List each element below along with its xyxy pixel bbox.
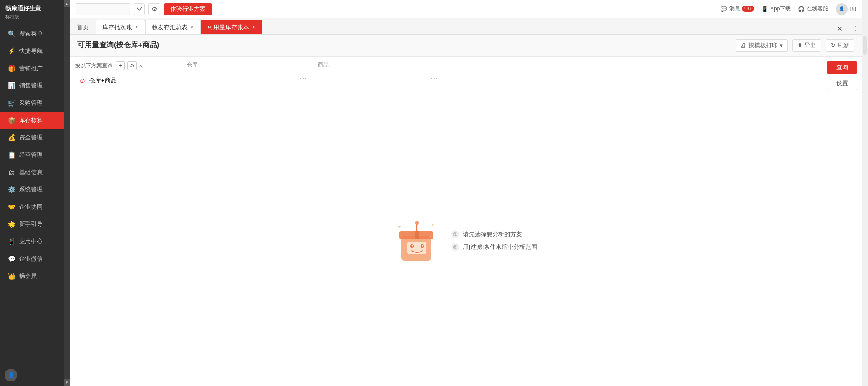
- goods-more-btn[interactable]: …: [429, 72, 440, 82]
- sidebar-item-operation[interactable]: 📋经营管理: [0, 146, 64, 164]
- sidebar-header: 畅康通好生意 标准版: [0, 0, 64, 25]
- query-btn[interactable]: 查询: [827, 61, 857, 74]
- goods-label: 商品: [318, 61, 440, 69]
- filter-setting-btn[interactable]: 设置: [827, 77, 857, 90]
- tab-close-batch-ledger[interactable]: ✕: [135, 25, 138, 30]
- sidebar-item-member[interactable]: 👑畅会员: [0, 268, 64, 285]
- sidebar-item-basic[interactable]: 🗂基础信息: [0, 164, 64, 181]
- topbar-dropdown-btn[interactable]: [134, 3, 145, 15]
- page-content: 可用量查询(按仓库+商品) 🖨 按模板打印 ▾ ⬆ 导出 ↻ 刷新: [70, 35, 862, 386]
- scheme-collapse-btn[interactable]: «: [139, 62, 143, 69]
- sidebar-scrollbar: ▲ ▼: [64, 0, 70, 386]
- scrollbar-thumb[interactable]: [863, 36, 867, 55]
- tab-batch-ledger[interactable]: 库存批次账✕: [96, 20, 145, 34]
- filter-field-warehouse: 仓库 …: [187, 61, 309, 83]
- notification-badge: 99+: [742, 6, 754, 12]
- tab-label-home: 首页: [77, 23, 89, 31]
- scheme-item-warehouse-goods[interactable]: ⊙ 仓库+商品: [75, 74, 174, 87]
- hint-num-2: ②: [451, 243, 459, 251]
- sidebar-scroll-down[interactable]: ▼: [64, 379, 70, 386]
- search-icon: 🔍: [7, 30, 15, 38]
- topbar-app-download[interactable]: 📱 App下载: [761, 5, 791, 13]
- app-name: 畅康通好生意: [5, 5, 58, 13]
- sidebar-item-newbie[interactable]: 🌟新手引导: [0, 216, 64, 233]
- topbar-user-info[interactable]: 👤 Rit: [836, 3, 856, 15]
- scheme-settings-btn[interactable]: ⚙: [127, 61, 137, 70]
- user-avatar-small: 👤: [5, 369, 17, 381]
- sidebar-item-label: 基础信息: [19, 168, 43, 176]
- warehouse-input[interactable]: [187, 71, 296, 83]
- notification-icon: 💬: [721, 6, 727, 12]
- filter-fields: 仓库 … 商品 …: [179, 57, 822, 95]
- purchase-icon: 🛒: [7, 99, 15, 107]
- export-btn[interactable]: ⬆ 导出: [792, 39, 821, 52]
- sidebar-item-search[interactable]: 🔍搜索菜单: [0, 25, 64, 42]
- warehouse-field-input: …: [187, 71, 309, 83]
- topbar-online-service[interactable]: 🎧 在线客服: [798, 5, 828, 13]
- sidebar-item-label: 快捷导航: [19, 47, 43, 55]
- tab-label-available-ledger: 可用量库存账本: [208, 23, 249, 31]
- tab-collect-ledger[interactable]: 收发存汇总表✕: [145, 20, 201, 34]
- sidebar-scroll-up[interactable]: ▲: [64, 0, 70, 7]
- page-title: 可用量查询(按仓库+商品): [77, 41, 736, 50]
- service-label: 在线客服: [807, 5, 828, 13]
- sidebar-item-label: 企业协同: [19, 203, 43, 211]
- sidebar-item-label: 企业微信: [19, 255, 43, 263]
- user-avatar: 👤: [836, 3, 848, 15]
- topbar: ⚙ 体验行业方案 💬 消息 99+ 📱 App下载 🎧 在线客服 👤 Rit: [70, 0, 862, 18]
- tab-home[interactable]: 首页: [70, 20, 96, 34]
- app-center-icon: 📱: [7, 237, 15, 246]
- empty-hint-item-2: ② 用[过滤]条件来缩小分析范围: [451, 243, 537, 251]
- sidebar-item-purchase[interactable]: 🛒采购管理: [0, 94, 64, 112]
- sidebar-item-label: 系统管理: [19, 185, 43, 194]
- warehouse-more-btn[interactable]: …: [298, 72, 309, 82]
- tab-label-batch-ledger: 库存批次账: [102, 23, 132, 31]
- svg-point-9: [415, 221, 419, 225]
- sidebar-item-shortcut[interactable]: ⚡快捷导航: [0, 42, 64, 60]
- app-icon: 📱: [761, 6, 768, 12]
- scheme-add-btn[interactable]: +: [116, 61, 125, 70]
- filter-field-goods: 商品 …: [318, 61, 440, 83]
- sidebar-menu: 🔍搜索菜单⚡快捷导航🎁营销推广📊销售管理🛒采购管理📦库存核算💰资金管理📋经营管理…: [0, 25, 64, 364]
- enterprise-icon: 🤝: [7, 203, 15, 211]
- svg-rect-2: [415, 231, 419, 239]
- sidebar-item-label: 经营管理: [19, 151, 43, 159]
- tab-available-ledger[interactable]: 可用量库存账本✕: [201, 20, 262, 34]
- sidebar-item-system[interactable]: ⚙️系统管理: [0, 181, 64, 198]
- filter-area: 按以下方案查询 + ⚙ « ⊙ 仓库+商品 仓库 …: [70, 57, 862, 95]
- tab-close-available-ledger[interactable]: ✕: [252, 25, 255, 30]
- print-dropdown-icon: ▾: [780, 42, 783, 49]
- goods-input[interactable]: [318, 71, 427, 83]
- sidebar-item-label: 库存核算: [19, 116, 43, 124]
- shortcut-icon: ⚡: [7, 47, 15, 55]
- sidebar-item-sales[interactable]: 📊销售管理: [0, 77, 64, 94]
- tab-close-btn[interactable]: ✕: [834, 23, 845, 34]
- topbar-notification[interactable]: 💬 消息 99+: [721, 5, 754, 13]
- sidebar-item-finance[interactable]: 💰资金管理: [0, 129, 64, 146]
- sidebar-item-enterprise[interactable]: 🤝企业协同: [0, 198, 64, 216]
- sidebar-item-app-center[interactable]: 📱应用中心: [0, 233, 64, 250]
- sidebar-item-label: 应用中心: [19, 237, 43, 246]
- sidebar-item-inventory[interactable]: 📦库存核算: [0, 112, 64, 129]
- sidebar-item-label: 新手引导: [19, 220, 43, 228]
- scheme-item-icon: ⊙: [78, 77, 86, 85]
- refresh-label: 刷新: [838, 41, 849, 50]
- goods-field-input: …: [318, 71, 440, 83]
- refresh-btn[interactable]: ↻ 刷新: [826, 39, 854, 52]
- tab-expand-btn[interactable]: ⛶: [847, 23, 858, 34]
- print-btn[interactable]: 🖨 按模板打印 ▾: [736, 39, 788, 52]
- app-version: 标准版: [5, 14, 58, 20]
- app-download-label: App下载: [770, 5, 791, 13]
- tab-close-collect-ledger[interactable]: ✕: [190, 25, 194, 30]
- topbar-search-input[interactable]: [76, 3, 130, 15]
- topbar-trial-btn[interactable]: 体验行业方案: [164, 3, 212, 15]
- empty-hint: ① 请先选择要分析的方案 ② 用[过滤]条件来缩小分析范围: [451, 230, 537, 251]
- topbar-settings-btn[interactable]: ⚙: [148, 3, 160, 15]
- hint-text-1: 请先选择要分析的方案: [463, 230, 522, 238]
- filter-scheme-header: 按以下方案查询 + ⚙ «: [75, 61, 174, 70]
- basic-icon: 🗂: [7, 168, 15, 176]
- sidebar-item-marketing[interactable]: 🎁营销推广: [0, 60, 64, 77]
- tabsbar: 首页库存批次账✕收发存汇总表✕可用量库存账本✕ ✕ ⛶: [70, 18, 862, 35]
- sidebar-item-wechat[interactable]: 💬企业微信: [0, 250, 64, 268]
- filter-actions: 查询 设置: [822, 57, 862, 95]
